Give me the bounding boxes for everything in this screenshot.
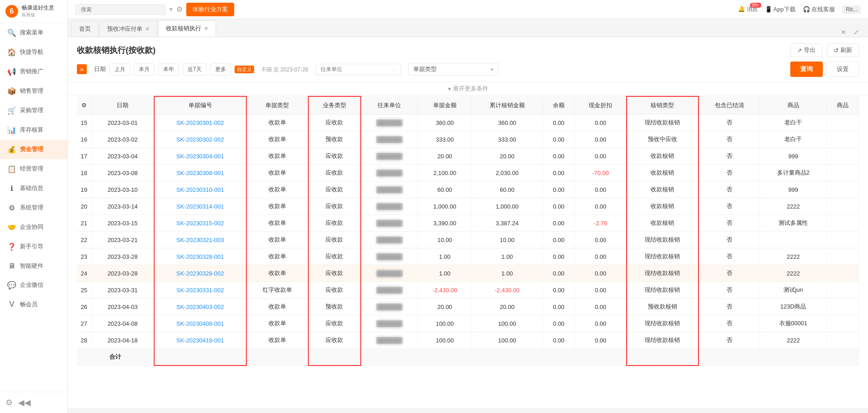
cell-balance: 0.00 <box>542 198 575 215</box>
sidebar-item-销售管理[interactable]: 📦销售管理 <box>0 81 67 101</box>
sidebar-item-快捷导航[interactable]: 🏠快捷导航 <box>0 43 67 62</box>
cell-date: 2023-04-18 <box>91 332 154 349</box>
cell-biz-type: 预收款 <box>308 131 361 148</box>
cell-included: 否 <box>698 198 760 215</box>
user-info[interactable]: Rit... <box>842 5 861 14</box>
cell-doc-no: SK-20230304-001 <box>154 148 246 165</box>
doc-no-link[interactable]: SK-20230328-001 <box>176 253 224 260</box>
cell-partner: ██████ <box>361 215 418 232</box>
sidebar-item-营销推广[interactable]: 📢营销推广 <box>0 62 67 81</box>
blurred-partner: ██████ <box>376 170 403 176</box>
doc-no-link[interactable]: SK-20230315-002 <box>176 220 224 227</box>
tab-首页[interactable]: 首页 <box>71 21 99 37</box>
tab-close-icon[interactable]: ✕ <box>204 25 208 32</box>
cell-doc-no: SK-20230328-001 <box>154 248 246 265</box>
cell-biz-type: 应收款 <box>308 215 361 232</box>
sidebar-icon: 🤝 <box>7 223 16 232</box>
doc-no-link[interactable]: SK-20230331-002 <box>176 287 224 294</box>
this-year-btn[interactable]: 本年 <box>158 63 179 76</box>
sidebar-item-智能硬件[interactable]: 🖥智能硬件 <box>0 256 67 275</box>
sidebar-icon: 🛒 <box>7 106 16 115</box>
cell-doc-type: 收款单 <box>246 248 308 265</box>
cell-written-off: 3,387.24 <box>472 215 542 232</box>
cell-date: 2023-03-01 <box>91 114 154 131</box>
filter-expand-btn[interactable]: » <box>77 64 87 74</box>
horizontal-scrollbar[interactable] <box>68 408 868 413</box>
export-button[interactable]: ↗ 导出 <box>790 43 822 57</box>
doc-no-link[interactable]: SK-20230314-001 <box>176 203 224 210</box>
partner-input[interactable] <box>321 66 388 72</box>
th-balance: 余额 <box>542 96 575 114</box>
partner-filter[interactable]: ··· <box>316 64 401 75</box>
cell-amount: 20.00 <box>418 299 472 315</box>
cell-product2 <box>826 232 859 248</box>
sidebar-item-基础信息[interactable]: ℹ基础信息 <box>0 179 67 198</box>
table-row: 22 2023-03-21 SK-20230321-003 收款单 应收款 ██… <box>77 232 859 248</box>
sidebar-settings-icon[interactable]: ⚙ <box>5 398 13 408</box>
refresh-button[interactable]: ↺ 刷新 <box>827 43 859 57</box>
sidebar-item-系统管理[interactable]: ⚙系统管理 <box>0 198 67 218</box>
topbar-search-input[interactable] <box>75 4 165 15</box>
doc-no-link[interactable]: SK-20230408-001 <box>176 320 224 327</box>
cell-writeoff-type: 现结收款核销 <box>627 248 698 265</box>
doc-no-link[interactable]: SK-20230328-002 <box>176 270 224 277</box>
doc-no-link[interactable]: SK-20230310-001 <box>176 186 224 193</box>
solution-button[interactable]: 体验行业方案 <box>186 3 234 16</box>
notify-button[interactable]: 🔔 99+ 消息 <box>738 5 758 13</box>
cell-no: 26 <box>77 299 91 315</box>
doc-no-link[interactable]: SK-20230302-002 <box>176 136 224 143</box>
sidebar-item-企业协同[interactable]: 🤝企业协同 <box>0 218 67 237</box>
expand-window-icon[interactable]: ⤢ <box>852 28 861 37</box>
cell-partner: ██████ <box>361 248 418 265</box>
tab-收款核销执行[interactable]: 收款核销执行✕ <box>158 20 216 37</box>
cell-amount: 1.00 <box>418 265 472 282</box>
th-biz-type: 业务类型 <box>308 96 361 114</box>
cell-no: 27 <box>77 315 91 332</box>
doc-no-link[interactable]: SK-20230304-001 <box>176 153 224 160</box>
doc-no-link[interactable]: SK-20230418-001 <box>176 337 224 344</box>
cell-date: 2023-03-08 <box>91 165 154 181</box>
more-btn[interactable]: 更多 <box>210 63 231 76</box>
sidebar-collapse-icon[interactable]: ◀◀ <box>18 398 31 408</box>
doc-no-link[interactable]: SK-20230308-001 <box>176 170 224 176</box>
query-button[interactable]: 查询 <box>790 62 823 77</box>
tab-预收冲应付单[interactable]: 预收冲应付单✕ <box>99 21 157 37</box>
sidebar-item-采购管理[interactable]: 🛒采购管理 <box>0 101 67 120</box>
close-window-icon[interactable]: ✕ <box>839 28 848 37</box>
sidebar-item-库存核算[interactable]: 📊库存核算 <box>0 120 67 140</box>
cell-doc-no: SK-20230301-002 <box>154 114 246 131</box>
topbar-gear-icon[interactable]: ⚙ <box>176 5 183 14</box>
cell-written-off: 100.00 <box>472 315 542 332</box>
app-download-link[interactable]: 📱 App下载 <box>765 5 796 14</box>
doc-type-filter[interactable]: 单据类型 ▾ <box>408 63 499 76</box>
th-cash-discount: 现金折扣 <box>575 96 627 114</box>
custom-badge[interactable]: 自定义 <box>235 66 254 73</box>
cell-no: 25 <box>77 282 91 299</box>
sidebar-item-经营管理[interactable]: 📋经营管理 <box>0 159 67 179</box>
sidebar-item-资金管理[interactable]: 💰资金管理 <box>0 140 67 159</box>
doc-no-link[interactable]: SK-20230301-002 <box>176 119 224 126</box>
sidebar-item-企业微信[interactable]: 💬企业微信 <box>0 275 67 295</box>
last-month-btn[interactable]: 上月 <box>109 63 130 76</box>
expand-conditions-bar[interactable]: ▾ 展开更多条件 <box>68 82 868 96</box>
sidebar-item-搜索菜单[interactable]: 🔍搜索菜单 <box>0 23 67 43</box>
cell-written-off: 333.00 <box>472 131 542 148</box>
th-settings[interactable]: ⚙ <box>77 96 91 114</box>
cell-written-off: -2,430.00 <box>472 282 542 299</box>
doc-no-link[interactable]: SK-20230403-002 <box>176 304 224 310</box>
tab-close-icon[interactable]: ✕ <box>145 26 150 32</box>
chevron-down-icon[interactable]: ▾ <box>169 5 173 14</box>
data-table-wrap: ⚙ 日期 单据编号 单据类型 业务类型 往来单位 单据金额 累计核销金额 余额 … <box>68 96 868 408</box>
cell-amount: 333.00 <box>418 131 472 148</box>
cell-amount: -2,430.00 <box>418 282 472 299</box>
doc-no-link[interactable]: SK-20230321-003 <box>176 237 224 243</box>
sidebar-item-新手引导[interactable]: ❓新手引导 <box>0 237 67 256</box>
cell-product1: 测试多属性 <box>760 215 826 232</box>
sidebar-item-畅会员[interactable]: V畅会员 <box>0 295 67 314</box>
filter-settings-btn[interactable]: 设置 <box>826 62 859 77</box>
footer-biz-type <box>308 349 361 366</box>
online-service-link[interactable]: 🎧 在线客服 <box>803 5 835 14</box>
last7-btn[interactable]: 近7天 <box>183 63 207 76</box>
table-row: 19 2023-03-10 SK-20230310-001 收款单 应收款 ██… <box>77 181 859 198</box>
this-month-btn[interactable]: 本月 <box>134 63 155 76</box>
